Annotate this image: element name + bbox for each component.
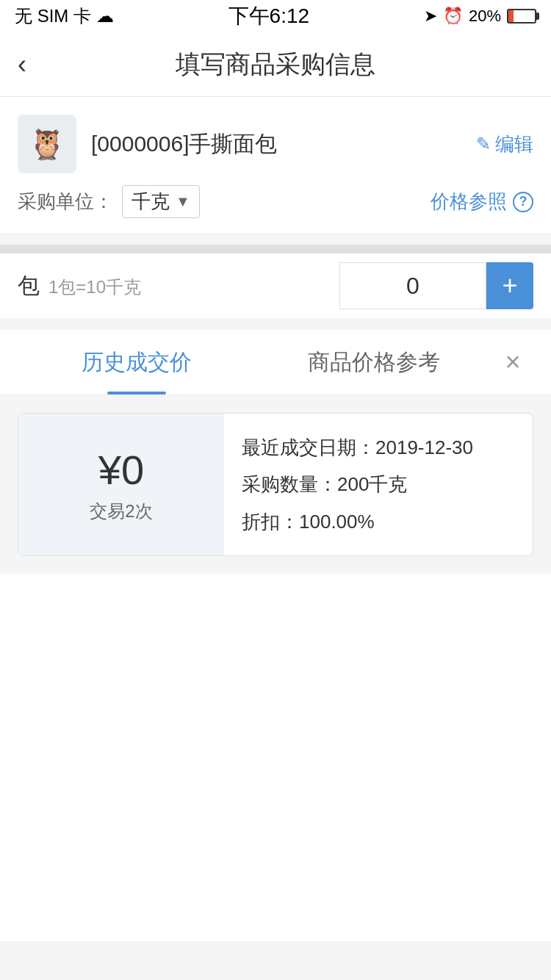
unit-left: 采购单位： 千克 ▼ [18, 185, 200, 218]
unit-select[interactable]: 千克 ▼ [122, 185, 200, 218]
quantity-plus-button[interactable]: + [486, 262, 533, 309]
tab-price-reference-label: 商品价格参考 [308, 347, 440, 378]
quantity-input[interactable]: 0 [339, 262, 486, 309]
tab-history-price-label: 历史成交价 [82, 347, 192, 378]
product-unit-row: 采购单位： 千克 ▼ 价格参照 ? [18, 185, 533, 218]
page-rest [0, 574, 551, 941]
edit-label: 编辑 [495, 131, 533, 157]
tab-price-reference[interactable]: 商品价格参考 [255, 330, 492, 394]
tab-section: 历史成交价 商品价格参考 × [0, 330, 551, 395]
sim-signal-text: 无 SIM 卡 ☁ [15, 4, 114, 28]
price-ref-button[interactable]: 价格参照 ? [431, 189, 533, 215]
quantity-row: 包 1包=10千克 0 + [0, 253, 551, 318]
unit-value: 千克 [132, 189, 170, 215]
price-symbol: ¥ [98, 447, 121, 493]
battery-icon [507, 9, 536, 24]
status-bar: 无 SIM 卡 ☁ 下午6:12 ➤ ⏰ 20% [0, 0, 551, 32]
status-left: 无 SIM 卡 ☁ [15, 4, 114, 28]
price-card: ¥0 交易2次 最近成交日期：2019-12-30 采购数量：200千克 折扣：… [18, 413, 533, 556]
product-logo: 🦉 [18, 115, 76, 173]
tab-close-button[interactable]: × [492, 342, 533, 383]
quantity-control: 0 + [339, 262, 533, 309]
battery-percent: 20% [469, 7, 501, 26]
price-ref-label: 价格参照 [431, 189, 507, 215]
back-button[interactable]: ‹ [18, 49, 26, 80]
card-area: ¥0 交易2次 最近成交日期：2019-12-30 采购数量：200千克 折扣：… [0, 395, 551, 574]
nav-bar: ‹ 填写商品采购信息 [0, 32, 551, 97]
tab-history-price[interactable]: 历史成交价 [18, 330, 255, 394]
card-price-summary: ¥0 交易2次 [18, 414, 224, 555]
section-divider [0, 245, 551, 253]
tab-active-underline [107, 392, 166, 394]
discount: 折扣：100.00% [242, 508, 515, 535]
product-section: 🦉 [0000006]手撕面包 ✎ 编辑 采购单位： 千克 ▼ 价格参照 ? [0, 97, 551, 233]
purchase-qty: 采购数量：200千克 [242, 471, 515, 497]
quantity-unit-info: 包 1包=10千克 [18, 271, 141, 301]
quantity-unit-big: 包 [18, 271, 40, 301]
dropdown-icon: ▼ [176, 193, 190, 210]
quantity-value: 0 [406, 273, 419, 300]
price-display: ¥0 [98, 446, 144, 494]
tab-bar: 历史成交价 商品价格参考 × [0, 330, 551, 394]
product-left: 🦉 [0000006]手撕面包 [18, 115, 277, 173]
product-name: [0000006]手撕面包 [91, 129, 277, 159]
page-title: 填写商品采购信息 [176, 48, 375, 82]
battery-fill [508, 10, 514, 22]
edit-button[interactable]: ✎ 编辑 [476, 131, 533, 157]
quantity-unit-hint: 1包=10千克 [48, 275, 141, 299]
trade-count: 交易2次 [90, 500, 152, 523]
alarm-icon: ⏰ [443, 7, 463, 26]
card-price-details: 最近成交日期：2019-12-30 采购数量：200千克 折扣：100.00% [224, 414, 533, 555]
brand-logo-icon: 🦉 [29, 129, 65, 159]
price-ref-help-icon: ? [513, 192, 533, 212]
price-value: 0 [121, 447, 144, 493]
plus-icon: + [502, 270, 517, 301]
status-right: ➤ ⏰ 20% [424, 7, 536, 26]
location-icon: ➤ [424, 7, 437, 26]
status-time: 下午6:12 [228, 2, 310, 30]
product-header: 🦉 [0000006]手撕面包 ✎ 编辑 [18, 115, 533, 173]
unit-label: 采购单位： [18, 189, 113, 215]
last-trade-date: 最近成交日期：2019-12-30 [242, 434, 515, 461]
edit-icon: ✎ [476, 134, 491, 154]
